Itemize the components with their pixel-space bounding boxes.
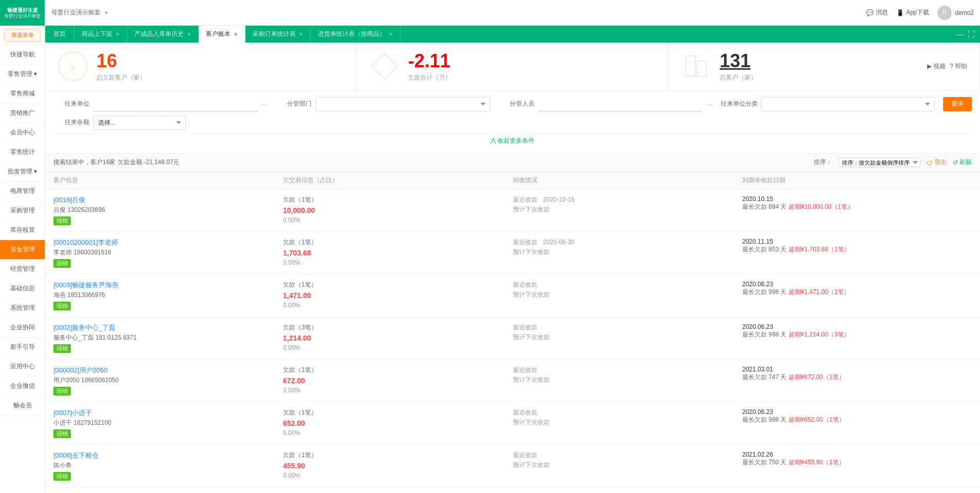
tab-1[interactable]: 商品上下架✕ xyxy=(74,26,127,43)
sidebar-item-8[interactable]: 采购管理 xyxy=(0,201,45,221)
debt-percent-6: 0.00% xyxy=(283,472,512,479)
sidebar-item-13[interactable]: 系统管理 xyxy=(0,299,45,318)
filter-label-person: 分管人员 xyxy=(498,100,534,108)
client-tag-2: 现销 xyxy=(53,302,71,310)
due-overdue-0: 超期¥10,000.00（1笔） xyxy=(789,203,854,210)
debt-percent-1: 0.00% xyxy=(283,259,512,266)
client-name-2[interactable]: [0003]畅捷服务尹海燕 xyxy=(53,281,283,290)
table-row: [0003]畅捷服务尹海燕 海燕 18513066976 现销 欠款（1笔） 1… xyxy=(45,274,980,317)
debt-amount-0: 10,000.00 xyxy=(283,206,512,214)
export-button[interactable]: ⭯ 导出 xyxy=(927,158,947,167)
sidebar: 畅捷通好生意 母婴行业演示账套 搜索菜单 快捷导航零售管理 ▾零售商城营销推广会… xyxy=(0,0,45,493)
debt-count-3: 欠款（3笔） xyxy=(283,323,512,332)
client-phone-6: 陈小希 xyxy=(53,461,283,470)
sidebar-item-7[interactable]: 电商管理 xyxy=(0,182,45,201)
table-container: 客户信息 欠交易信息（占比） 回收情况 到期未收款日期 [0016]吕俊 吕俊 … xyxy=(45,172,980,493)
debt-amount-1: 1,703.68 xyxy=(283,249,512,257)
sidebar-item-15[interactable]: 新手引导 xyxy=(0,338,45,357)
sidebar-item-5[interactable]: 零售统计 xyxy=(0,143,45,162)
client-name-4[interactable]: [000002]用户2050 xyxy=(53,366,283,375)
sidebar-item-16[interactable]: 应用中心 xyxy=(0,357,45,377)
sidebar-item-2[interactable]: 零售商城 xyxy=(0,84,45,104)
debt-percent-3: 0.00% xyxy=(283,344,512,351)
refresh-button[interactable]: ↺ 刷新 xyxy=(953,158,972,167)
due-info-2: 2020.06.23 最长欠款 998 天 超期¥1,471.00（1笔） xyxy=(742,281,972,297)
stat-total-debt-clients: ¥ 16 总欠款客户（家） xyxy=(45,43,357,90)
tab-close-3[interactable]: ✕ xyxy=(234,31,238,37)
filter-unittype-select[interactable] xyxy=(761,97,935,111)
filter-dept-select[interactable] xyxy=(316,97,490,111)
sidebar-item-14[interactable]: 企业协同 xyxy=(0,318,45,338)
sidebar-item-10[interactable]: 资金管理 xyxy=(0,240,45,260)
filter-balance-select[interactable]: 选择... xyxy=(93,115,186,130)
payback-latest-2: 最近收款 xyxy=(513,281,742,289)
due-date-1: 2020.11.15 xyxy=(742,238,972,245)
sidebar-item-3[interactable]: 营销推广 xyxy=(0,104,45,123)
video-icon: ▶ xyxy=(927,63,932,70)
search-button[interactable]: 查询 xyxy=(943,97,972,111)
tab-2[interactable]: 产成品入库单历史✕ xyxy=(127,26,199,43)
col-header-payback: 回收情况 xyxy=(513,176,742,185)
sidebar-item-0[interactable]: 快捷导航 xyxy=(0,45,45,65)
debt-amount-5: 652.00 xyxy=(283,419,512,427)
debt-info-0: 欠款（1笔） 10,000.00 0.00% xyxy=(283,195,512,224)
sidebar-item-18[interactable]: 畅会员 xyxy=(0,396,45,416)
sidebar-item-9[interactable]: 库存核算 xyxy=(0,221,45,240)
tab-3[interactable]: 客户账本✕ xyxy=(199,26,245,43)
tab-0[interactable]: 首页 xyxy=(45,26,74,43)
filter-person-input[interactable] xyxy=(539,97,703,111)
filter-source-input[interactable] xyxy=(93,97,258,111)
client-tag-3: 现销 xyxy=(53,344,71,353)
maximize-icon[interactable]: ⛶ xyxy=(968,30,975,38)
debt-count-5: 欠款（1笔） xyxy=(283,408,512,417)
stat-icon-yuan: ¥ xyxy=(57,51,88,82)
tab-close-1[interactable]: ✕ xyxy=(116,31,120,37)
filter-collapse-btn[interactable]: ⋀ 收起更多条件 xyxy=(53,134,972,147)
logo-line2: 母婴行业演示账套 xyxy=(4,13,41,19)
tab-5[interactable]: 进货单统计表（按商品）✕ xyxy=(311,26,400,43)
search-menu-button[interactable]: 搜索菜单 xyxy=(4,29,41,42)
table-row: [0007]小进干 小进干 18279152100 现销 欠款（1笔） 652.… xyxy=(45,402,980,445)
payback-latest-4: 最近收款 xyxy=(513,366,742,374)
sidebar-item-1[interactable]: 零售管理 ▾ xyxy=(0,65,45,84)
sidebar-item-11[interactable]: 经营管理 xyxy=(0,260,45,279)
topbar: 母婴行业演示账套 ▾ 💬 消息 📱 App下载 D demo2 xyxy=(45,0,980,26)
client-name-1[interactable]: [00010200001]李老师 xyxy=(53,238,283,247)
sidebar-item-12[interactable]: 基础信息 xyxy=(0,279,45,299)
debt-count-2: 欠款（1笔） xyxy=(283,281,512,289)
app-download-button[interactable]: 📱 App下载 xyxy=(896,8,929,17)
client-info-5: [0007]小进干 小进干 18279152100 现销 xyxy=(53,408,283,438)
payback-next-4: 预计下次收款 xyxy=(513,376,742,384)
sort-select[interactable]: 排序：按欠款金额倒序排序 xyxy=(838,158,920,167)
due-date-4: 2021.03.01 xyxy=(742,366,972,373)
message-button[interactable]: 💬 消息 xyxy=(866,8,888,17)
debt-info-4: 欠款（1笔） 672.00 0.00% xyxy=(283,366,512,394)
payback-next-3: 预计下次收款 xyxy=(513,333,742,342)
due-date-2: 2020.06.23 xyxy=(742,281,972,288)
client-name-6[interactable]: [0006]去下粮仓 xyxy=(53,451,283,460)
logo-line1: 畅捷通好生意 xyxy=(4,7,41,13)
sidebar-item-17[interactable]: 企业微信 xyxy=(0,377,45,396)
help-link[interactable]: ? 帮助 xyxy=(950,62,967,71)
client-phone-1: 李老师 18600391516 xyxy=(53,248,283,257)
client-name-0[interactable]: [0016]吕俊 xyxy=(53,195,283,205)
tab-close-2[interactable]: ✕ xyxy=(187,31,191,37)
tab-4[interactable]: 采购订单统计表✕ xyxy=(245,26,311,43)
table-row: [000001]黄思源 黄思源 13552700226 现销 欠款（1笔） 42… xyxy=(45,487,980,493)
sidebar-item-6[interactable]: 批发管理 ▾ xyxy=(0,162,45,182)
sidebar-item-4[interactable]: 会员中心 xyxy=(0,123,45,143)
table-row: [0016]吕俊 吕俊 13026203696 现销 欠款（1笔） 10,000… xyxy=(45,189,980,232)
stat-card-links: ▶ 视频 ? 帮助 xyxy=(927,62,967,71)
minimize-icon[interactable]: — xyxy=(956,30,964,38)
debt-info-3: 欠款（3笔） 1,214.00 0.00% xyxy=(283,323,512,351)
client-name-5[interactable]: [0007]小进干 xyxy=(53,408,283,418)
client-name-3[interactable]: [0002]服务中心_丁磊 xyxy=(53,323,283,332)
tab-close-5[interactable]: ✕ xyxy=(389,31,393,37)
results-summary: 搜索结果中，客户16家 欠款金额 -21,148.07元 xyxy=(53,158,179,167)
payback-latest-5: 最近收款 xyxy=(513,408,742,417)
user-area[interactable]: D demo2 xyxy=(937,6,974,20)
collapse-arrow: ⋀ xyxy=(491,137,496,144)
filter-source-unit: 往来单位 ··· xyxy=(53,97,267,111)
tab-close-4[interactable]: ✕ xyxy=(299,31,303,37)
video-link[interactable]: ▶ 视频 xyxy=(927,62,946,71)
